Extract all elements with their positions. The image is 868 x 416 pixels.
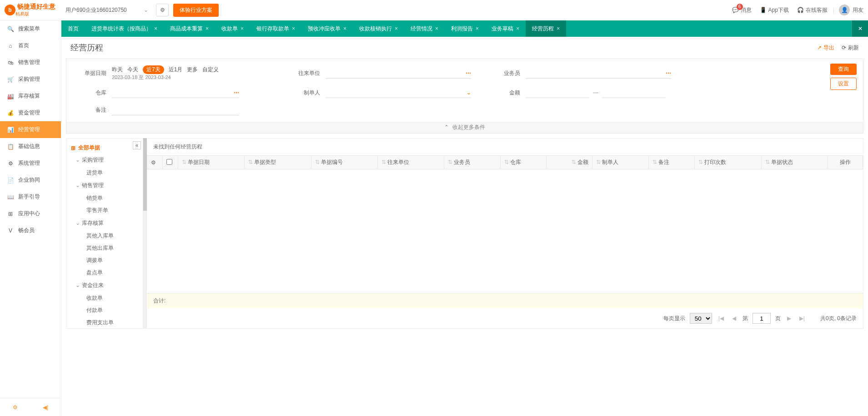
sidebar-item-7[interactable]: 📋基础信息	[0, 138, 61, 155]
tree-all-documents[interactable]: ⊞ 全部单据	[66, 142, 143, 154]
tree-collapse-button[interactable]: «	[133, 141, 141, 149]
tab-3[interactable]: 收款单×	[215, 20, 250, 37]
tab-6[interactable]: 收款核销执行×	[353, 20, 404, 37]
tree-scrollbar[interactable]	[143, 138, 147, 329]
tree-group-3[interactable]: 资金往来	[66, 279, 143, 292]
salesman-more-icon[interactable]: ⋯	[666, 70, 671, 76]
tree-group-1[interactable]: 销售管理	[66, 179, 143, 192]
remark-input[interactable]	[112, 104, 239, 115]
tab-2[interactable]: 商品成本重算×	[164, 20, 215, 37]
sidebar-item-8[interactable]: ⚙系统管理	[0, 155, 61, 172]
app-download-link[interactable]: 📱 App下载	[760, 6, 789, 14]
tab-10[interactable]: 经营历程×	[526, 20, 566, 37]
online-service-link[interactable]: 🎧 在线客服	[797, 6, 828, 14]
column-header[interactable]: ⇅单据编号	[311, 156, 377, 169]
tab-close-icon[interactable]: ×	[516, 25, 519, 32]
tab-close-icon[interactable]: ×	[476, 25, 479, 32]
sidebar-item-6[interactable]: 📊经营管理	[0, 121, 61, 138]
tenant-selector[interactable]: 用户690企业1660120750 ⌄	[61, 4, 152, 16]
tab-close-icon[interactable]: ×	[435, 25, 438, 32]
next-page-button[interactable]: ▶	[785, 315, 793, 322]
date-option-2[interactable]: 近7天	[143, 65, 164, 74]
sort-icon[interactable]: ⇅	[381, 159, 386, 165]
tree-leaf[interactable]: 零售开单	[66, 204, 143, 217]
sort-icon[interactable]: ⇅	[182, 159, 186, 165]
close-all-tabs-button[interactable]: ✕	[852, 20, 868, 37]
date-to[interactable]: 2023-03-24	[145, 74, 171, 80]
tab-close-icon[interactable]: ×	[292, 25, 295, 32]
warehouse-input[interactable]	[112, 87, 239, 98]
page-size-select[interactable]: 50	[690, 313, 712, 324]
tab-close-icon[interactable]: ×	[557, 25, 560, 32]
tree-leaf[interactable]: 盘点单	[66, 267, 143, 279]
sidebar-item-11[interactable]: ⊞应用中心	[0, 205, 61, 222]
date-option-5[interactable]: 自定义	[202, 66, 219, 74]
sort-icon[interactable]: ⇅	[765, 159, 770, 165]
salesman-input[interactable]	[526, 68, 671, 79]
sidebar-item-3[interactable]: 🛒采购管理	[0, 71, 61, 88]
partner-more-icon[interactable]: ⋯	[466, 70, 471, 76]
sort-icon[interactable]: ⇅	[652, 159, 657, 165]
tree-leaf[interactable]: 付款单	[66, 304, 143, 317]
user-avatar[interactable]: 👤	[839, 5, 850, 15]
tab-9[interactable]: 业务草稿×	[485, 20, 526, 37]
sort-icon[interactable]: ⇅	[596, 159, 601, 165]
last-page-button[interactable]: ▶|	[798, 315, 807, 322]
sidebar-item-4[interactable]: 🏭库存核算	[0, 88, 61, 104]
first-page-button[interactable]: |◀	[717, 315, 726, 322]
column-header[interactable]: ⇅打印次数	[695, 156, 761, 169]
date-from[interactable]: 2023-03-18	[112, 74, 137, 80]
table-settings-icon[interactable]: ⚙	[151, 159, 156, 166]
settings-gear-icon[interactable]: ⚙	[156, 4, 169, 16]
tree-group-0[interactable]: 采购管理	[66, 154, 143, 167]
column-header[interactable]: ⇅仓库	[500, 156, 546, 169]
sort-icon[interactable]: ⇅	[315, 159, 320, 165]
maker-dropdown-icon[interactable]: ⌄	[467, 89, 471, 96]
sort-icon[interactable]: ⇅	[248, 159, 253, 165]
maker-input[interactable]	[326, 87, 471, 98]
sidebar-item-9[interactable]: 📄企业协同	[0, 172, 61, 188]
sidebar-item-10[interactable]: 📖新手引导	[0, 188, 61, 205]
sidebar-item-5[interactable]: 💰资金管理	[0, 104, 61, 121]
sidebar-item-12[interactable]: V畅会员	[0, 222, 61, 239]
collapse-filters-button[interactable]: ⌃ 收起更多条件	[66, 122, 863, 133]
tab-8[interactable]: 利润报告×	[445, 20, 485, 37]
column-header[interactable]: ⇅单据类型	[245, 156, 311, 169]
column-header[interactable]: ⇅制单人	[592, 156, 649, 169]
tree-leaf[interactable]: 费用支出单	[66, 317, 143, 329]
refresh-button[interactable]: ⟳ 刷新	[842, 44, 859, 52]
column-header[interactable]: ⇅金额	[547, 156, 592, 169]
tab-close-icon[interactable]: ×	[343, 25, 346, 32]
warehouse-more-icon[interactable]: ⋯	[234, 89, 239, 96]
tree-leaf[interactable]: 收款单	[66, 292, 143, 304]
sort-icon[interactable]: ⇅	[448, 159, 452, 165]
tab-7[interactable]: 经营情况×	[404, 20, 445, 37]
tree-leaf[interactable]: 销货单	[66, 192, 143, 204]
date-option-1[interactable]: 今天	[127, 66, 138, 74]
partner-input[interactable]	[326, 68, 471, 79]
prev-page-button[interactable]: ◀	[730, 315, 738, 322]
sort-icon[interactable]: ⇅	[504, 159, 509, 165]
sidebar-item-2[interactable]: 🛍销售管理	[0, 54, 61, 71]
sort-icon[interactable]: ⇅	[698, 159, 703, 165]
sidebar-item-1[interactable]: ⌂首页	[0, 37, 61, 54]
amount-to-input[interactable]	[602, 87, 666, 98]
messages-link[interactable]: 💬 6 消息	[732, 6, 752, 14]
column-header[interactable]: ⇅备注	[649, 156, 695, 169]
tree-group-2[interactable]: 库存核算	[66, 217, 143, 230]
scrollbar-thumb[interactable]	[143, 138, 147, 211]
sort-icon[interactable]: ⇅	[572, 159, 576, 165]
tab-0[interactable]: 首页	[61, 20, 85, 37]
tree-leaf[interactable]: 进货单	[66, 167, 143, 179]
tab-close-icon[interactable]: ×	[154, 25, 157, 32]
page-number-input[interactable]	[753, 313, 771, 324]
column-header[interactable]: ⇅单据日期	[178, 156, 245, 169]
select-all-checkbox[interactable]	[166, 159, 172, 165]
trial-plan-button[interactable]: 体验行业方案	[173, 4, 219, 17]
query-button[interactable]: 查询	[830, 64, 857, 75]
column-header[interactable]: ⇅业务员	[444, 156, 501, 169]
export-button[interactable]: ↗ 导出	[817, 44, 834, 52]
amount-from-input[interactable]	[526, 87, 589, 98]
tab-1[interactable]: 进货单统计表（按商品）×	[85, 20, 164, 37]
tree-leaf[interactable]: 其他出库单	[66, 242, 143, 254]
